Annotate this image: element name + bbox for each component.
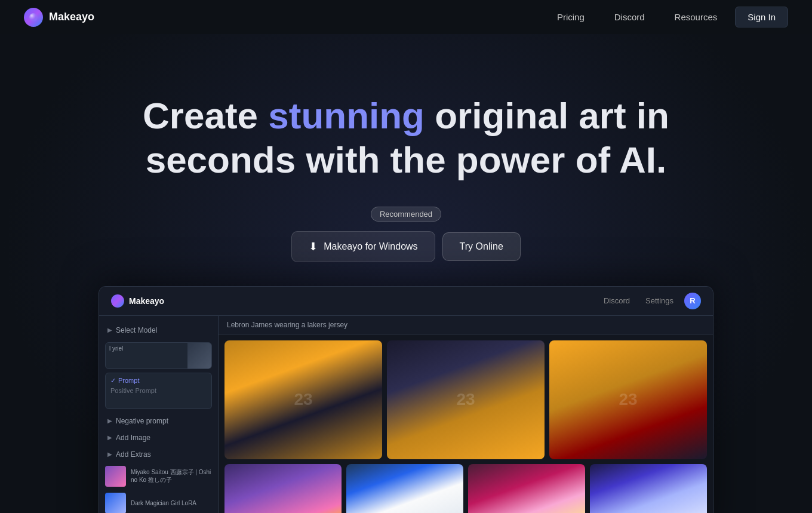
- prompt-label: ✓ Prompt: [110, 377, 207, 385]
- history-thumb-1: [105, 493, 126, 513]
- hero-heading-accent: stunning: [268, 95, 425, 136]
- app-sidebar: ▶ Select Model l yriel ✓ Prompt Positive…: [99, 316, 219, 513]
- prompt-area[interactable]: ✓ Prompt Positive Prompt: [105, 373, 212, 409]
- model-preview: l yriel: [105, 342, 212, 369]
- sidebar-negative-prompt-label: Negative prompt: [116, 417, 168, 425]
- history-text-0: Miyako Saitou 西藤宗子 | Oshi no Ko 推しの子: [131, 468, 212, 484]
- sidebar-add-image[interactable]: ▶ Add Image: [99, 429, 218, 446]
- prompt-label-text: Prompt: [118, 377, 139, 384]
- image-card-anime-2[interactable]: [346, 464, 463, 513]
- image-card-lebron-1[interactable]: 23: [224, 340, 382, 459]
- chevron-right-icon-ext: ▶: [107, 451, 112, 457]
- image-card-lebron-2[interactable]: 23: [387, 340, 545, 459]
- image-card-anime-3[interactable]: [468, 464, 585, 513]
- nav-logo-icon: [24, 8, 43, 27]
- app-discord-button[interactable]: Discord: [599, 294, 635, 308]
- hero-buttons: ⬇ Makeayo for Windows Try Online: [291, 231, 521, 262]
- image-overlay-1: 23: [224, 340, 382, 459]
- app-brand: Makeayo: [111, 294, 164, 308]
- history-text-1: Dark Magician Girl LoRA: [131, 499, 196, 507]
- app-main: Lebron James wearing a lakers jersey 23 …: [219, 316, 713, 513]
- image-overlay-2: 23: [387, 340, 545, 459]
- nav-brand-label: Makeayo: [49, 11, 94, 23]
- prompt-input[interactable]: Positive Prompt: [110, 387, 207, 405]
- app-body: ▶ Select Model l yriel ✓ Prompt Positive…: [99, 316, 713, 513]
- app-logo-icon: [111, 294, 124, 308]
- nav-brand[interactable]: Makeayo: [24, 8, 94, 27]
- svg-point-0: [29, 13, 38, 21]
- image-card-lebron-3[interactable]: 23: [549, 340, 707, 459]
- download-icon: ⬇: [309, 240, 318, 253]
- model-info: l yriel: [106, 343, 187, 368]
- sidebar-add-image-label: Add Image: [116, 434, 150, 442]
- chevron-right-icon-img: ▶: [107, 434, 112, 441]
- recommended-badge: Recommended: [371, 207, 441, 222]
- history-item-0[interactable]: Miyako Saitou 西藤宗子 | Oshi no Ko 推しの子: [99, 463, 218, 490]
- app-titlebar: Makeayo Discord Settings R: [99, 287, 713, 316]
- model-thumbnail: [187, 343, 211, 368]
- sidebar-select-model[interactable]: ▶ Select Model: [99, 322, 218, 339]
- app-title-label: Makeayo: [129, 296, 164, 306]
- nav-link-pricing[interactable]: Pricing: [545, 7, 596, 27]
- history-thumb-0: [105, 466, 126, 487]
- nav-link-discord[interactable]: Discord: [602, 7, 657, 27]
- hero-heading-part1: Create: [143, 95, 268, 136]
- history-item-1[interactable]: Dark Magician Girl LoRA: [99, 490, 218, 513]
- sidebar-add-extras-label: Add Extras: [116, 450, 151, 459]
- image-card-anime-4[interactable]: [590, 464, 707, 513]
- app-settings-button[interactable]: Settings: [641, 294, 678, 308]
- download-windows-button[interactable]: ⬇ Makeayo for Windows: [291, 231, 435, 262]
- model-name: l yriel: [109, 345, 184, 352]
- image-overlay-3: 23: [549, 340, 707, 459]
- app-user-avatar[interactable]: R: [684, 293, 701, 309]
- app-prompt-display: Lebron James wearing a lakers jersey: [219, 316, 713, 334]
- nav-links: Pricing Discord Resources Sign In: [545, 7, 788, 27]
- hero-section: Create stunning original art in seconds …: [0, 34, 812, 513]
- sidebar-select-model-label: Select Model: [116, 326, 157, 334]
- sidebar-negative-prompt[interactable]: ▶ Negative prompt: [99, 413, 218, 429]
- nav-link-resources[interactable]: Resources: [663, 7, 730, 27]
- chevron-right-icon-neg: ▶: [107, 417, 112, 424]
- navbar: Makeayo Pricing Discord Resources Sign I…: [0, 0, 812, 34]
- app-titlebar-actions: Discord Settings R: [599, 293, 701, 309]
- sidebar-add-extras[interactable]: ▶ Add Extras: [99, 446, 218, 463]
- image-card-anime-1[interactable]: [224, 464, 342, 513]
- checkmark-icon: ✓: [110, 377, 116, 385]
- chevron-right-icon: ▶: [107, 327, 112, 333]
- download-windows-label: Makeayo for Windows: [324, 241, 417, 252]
- app-preview: Makeayo Discord Settings R ▶ Select Mode…: [99, 286, 713, 513]
- try-online-button[interactable]: Try Online: [442, 232, 521, 261]
- hero-heading: Create stunning original art in seconds …: [137, 94, 675, 183]
- nav-link-signin[interactable]: Sign In: [735, 7, 788, 27]
